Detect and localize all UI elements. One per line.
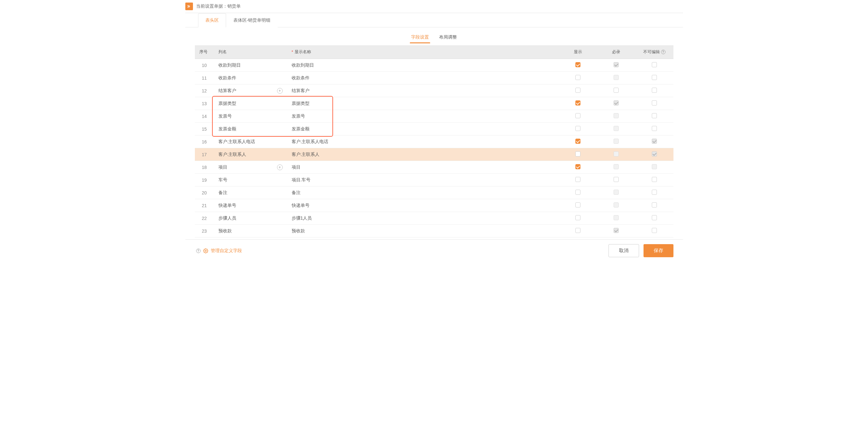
required-checkbox <box>614 202 619 207</box>
subtab-1[interactable]: 布局调整 <box>438 32 458 44</box>
th-show: 显示 <box>559 45 597 59</box>
help-icon[interactable]: ? <box>661 50 665 54</box>
topbar: 当前设置单据：销货单 <box>185 0 683 13</box>
th-displayname: *显示名称 <box>287 45 559 59</box>
displayname-cell[interactable]: 快递单号 <box>287 199 559 212</box>
show-checkbox[interactable] <box>576 113 581 118</box>
colname-cell: 快递单号 <box>214 199 287 212</box>
show-checkbox[interactable] <box>576 177 581 182</box>
readonly-checkbox[interactable] <box>652 62 657 67</box>
add-subfield-icon[interactable]: + <box>277 165 283 170</box>
colname-text: 项目 <box>218 165 227 170</box>
show-checkbox[interactable] <box>576 88 581 93</box>
colname-text: 收款条件 <box>218 75 236 81</box>
save-button[interactable]: 保存 <box>644 244 674 257</box>
displayname-cell[interactable]: 步骤1人员 <box>287 212 559 225</box>
required-checkbox <box>614 190 619 195</box>
readonly-checkbox[interactable] <box>652 215 657 220</box>
th-readonly: 不可编辑? <box>635 45 674 59</box>
readonly-checkbox[interactable] <box>652 126 657 131</box>
seq-cell: 19 <box>195 174 214 187</box>
colname-text: 结算客户 <box>218 88 236 94</box>
table-row: 17客户.主联系人客户.主联系人 <box>195 148 674 161</box>
show-checkbox[interactable] <box>576 62 581 67</box>
th-colname: 列名 <box>214 45 287 59</box>
readonly-checkbox[interactable] <box>652 88 657 93</box>
table-row: 22步骤人员步骤1人员 <box>195 212 674 225</box>
colname-text: 预收款 <box>218 228 232 234</box>
tab-1[interactable]: 表体区-销货单明细 <box>226 13 278 27</box>
show-checkbox[interactable] <box>576 228 581 233</box>
seq-cell: 20 <box>195 187 214 199</box>
displayname-cell[interactable]: 票据类型 <box>287 97 559 110</box>
displayname-cell[interactable]: 项目 <box>287 161 559 174</box>
expand-panel-button[interactable] <box>185 3 193 10</box>
show-checkbox[interactable] <box>576 215 581 220</box>
tab-0[interactable]: 表头区 <box>198 13 226 27</box>
colname-cell: 发票号 <box>214 110 287 123</box>
table-row: 18项目+项目 <box>195 161 674 174</box>
colname-cell: 收款到期日 <box>214 59 287 72</box>
add-subfield-icon[interactable]: + <box>277 88 283 94</box>
table-row: 21快递单号快递单号 <box>195 199 674 212</box>
area-tabs: 表头区表体区-销货单明细 <box>185 13 683 27</box>
manage-custom-fields-link[interactable]: 管理自定义字段 <box>211 248 242 254</box>
colname-cell: 步骤人员 <box>214 212 287 225</box>
required-checkbox <box>614 101 619 106</box>
colname-text: 步骤人员 <box>218 216 236 221</box>
show-checkbox[interactable] <box>576 164 581 169</box>
show-checkbox[interactable] <box>576 75 581 80</box>
required-checkbox[interactable] <box>614 88 619 93</box>
seq-cell: 11 <box>195 72 214 84</box>
seq-cell: 13 <box>195 97 214 110</box>
displayname-cell[interactable]: 项目.车号 <box>287 174 559 187</box>
seq-cell: 21 <box>195 199 214 212</box>
readonly-checkbox[interactable] <box>652 113 657 118</box>
table-row: 19车号项目.车号 <box>195 174 674 187</box>
colname-cell: 备注 <box>214 187 287 199</box>
topbar-label: 当前设置单据：销货单 <box>196 3 241 9</box>
show-checkbox[interactable] <box>576 151 581 156</box>
show-checkbox[interactable] <box>576 190 581 195</box>
colname-cell: 客户.主联系人 <box>214 148 287 161</box>
required-checkbox <box>614 62 619 67</box>
show-checkbox[interactable] <box>576 139 581 144</box>
readonly-checkbox[interactable] <box>652 190 657 195</box>
seq-cell: 14 <box>195 110 214 123</box>
displayname-cell[interactable]: 收款条件 <box>287 72 559 84</box>
colname-cell: 客户.主联系人电话 <box>214 136 287 148</box>
seq-cell: 10 <box>195 59 214 72</box>
help-icon[interactable]: ? <box>196 249 200 253</box>
svg-point-0 <box>205 250 206 252</box>
readonly-checkbox[interactable] <box>652 202 657 207</box>
config-subtabs: 字段设置布局调整 <box>185 27 683 44</box>
displayname-cell[interactable]: 发票金额 <box>287 123 559 136</box>
subtab-0[interactable]: 字段设置 <box>410 32 430 44</box>
table-row: 14发票号发票号 <box>195 110 674 123</box>
readonly-checkbox[interactable] <box>652 177 657 182</box>
displayname-cell[interactable]: 客户.主联系人电话 <box>287 136 559 148</box>
cancel-button[interactable]: 取消 <box>609 244 639 257</box>
readonly-checkbox[interactable] <box>652 228 657 233</box>
seq-cell: 15 <box>195 123 214 136</box>
required-checkbox[interactable] <box>614 177 619 182</box>
show-checkbox[interactable] <box>576 101 581 106</box>
seq-cell: 12 <box>195 84 214 97</box>
gear-icon <box>203 248 208 253</box>
displayname-cell[interactable]: 结算客户 <box>287 84 559 97</box>
table-row: 20备注备注 <box>195 187 674 199</box>
colname-cell: 结算客户+ <box>214 84 287 97</box>
show-checkbox[interactable] <box>576 126 581 131</box>
required-checkbox <box>614 113 619 118</box>
displayname-cell[interactable]: 发票号 <box>287 110 559 123</box>
readonly-checkbox[interactable] <box>652 75 657 80</box>
displayname-cell[interactable]: 备注 <box>287 187 559 199</box>
readonly-checkbox <box>652 139 657 144</box>
readonly-checkbox[interactable] <box>652 101 657 106</box>
seq-cell: 17 <box>195 148 214 161</box>
colname-cell: 收款条件 <box>214 72 287 84</box>
displayname-cell[interactable]: 预收款 <box>287 225 559 237</box>
displayname-cell[interactable]: 客户.主联系人 <box>287 148 559 161</box>
show-checkbox[interactable] <box>576 202 581 207</box>
displayname-cell[interactable]: 收款到期日 <box>287 59 559 72</box>
